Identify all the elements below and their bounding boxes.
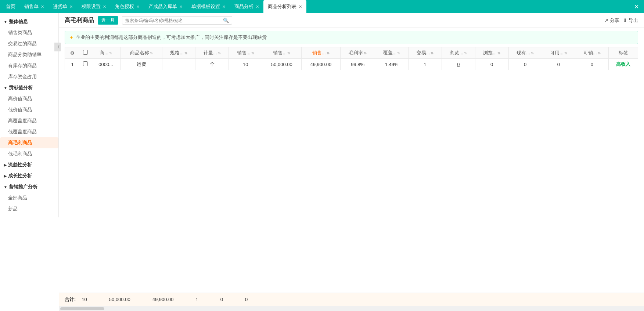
cell-spec xyxy=(162,59,195,70)
sidebar-collapse-button[interactable]: 《 xyxy=(54,43,61,51)
tab-close-role[interactable]: ✕ xyxy=(136,4,140,9)
sidebar-group-overall[interactable]: ▼ 整体信息 xyxy=(0,16,58,27)
horizontal-scrollbar[interactable] xyxy=(59,306,644,311)
arrow-icon-2: ▼ xyxy=(4,86,7,90)
select-all-checkbox[interactable] xyxy=(83,50,88,55)
col-trade-count[interactable]: 交易...⇅ xyxy=(409,47,442,59)
sidebar-item-stock-capital[interactable]: 库存资金占用 xyxy=(0,71,58,82)
cell-saleable-stock: 0 xyxy=(575,59,609,70)
search-input[interactable] xyxy=(125,18,223,23)
cell-tag: 高收入 xyxy=(609,59,638,70)
cell-unit: 个 xyxy=(195,59,229,70)
period-button[interactable]: 近一月 xyxy=(98,16,118,25)
col-sales-profit: 销售...⇅ xyxy=(301,47,341,59)
sidebar-item-in-stock[interactable]: 有库存的商品 xyxy=(0,60,58,71)
col-gross-margin[interactable]: 毛利率⇅ xyxy=(341,47,375,59)
sidebar-item-low-margin[interactable]: 低毛利商品 xyxy=(0,148,58,159)
sidebar-item-category-rate[interactable]: 商品分类助销率 xyxy=(0,49,58,60)
tab-purchase[interactable]: 进货单 ✕ xyxy=(48,0,77,13)
tab-close-product-analysis-list[interactable]: ✕ xyxy=(299,4,302,9)
tab-bar: 首页 销售单 ✕ 进货单 ✕ 权限设置 ✕ 角色授权 ✕ 产成品入库单 ✕ 单据… xyxy=(0,0,644,13)
share-button[interactable]: ↗ 分享 xyxy=(604,17,619,24)
main-layout: ▼ 整体信息 销售类商品 交易过的商品 商品分类助销率 有库存的商品 库存资金占… xyxy=(0,13,644,311)
tab-product-analysis-list[interactable]: 商品分析列表 ✕ xyxy=(263,0,306,13)
sidebar-item-high-coverage[interactable]: 高覆盖度商品 xyxy=(0,115,58,126)
tab-product-analysis[interactable]: 商品分析 ✕ xyxy=(230,0,263,13)
sidebar: ▼ 整体信息 销售类商品 交易过的商品 商品分类助销率 有库存的商品 库存资金占… xyxy=(0,13,59,217)
window-close-button[interactable]: ✕ xyxy=(630,3,643,10)
arrow-icon: ▼ xyxy=(4,20,7,24)
col-checkbox[interactable] xyxy=(80,47,91,59)
arrow-icon-4: ▶ xyxy=(4,174,7,178)
col-code[interactable]: 商...⇅ xyxy=(91,47,121,59)
col-coverage[interactable]: 覆盖...⇅ xyxy=(375,47,409,59)
info-banner: ✦ 企业的主要的利润都是这部分商品创造的，可考虑加大推广，同时关注库存是不要出现… xyxy=(65,31,638,44)
col-saleable-stock[interactable]: 可销...⇅ xyxy=(575,47,609,59)
sidebar-item-high-margin[interactable]: 高毛利商品 xyxy=(0,137,58,148)
col-settings[interactable]: ⚙ xyxy=(65,47,80,59)
sidebar-item-high-value[interactable]: 高价值商品 xyxy=(0,93,58,104)
col-browse1[interactable]: 浏览...⇅ xyxy=(442,47,475,59)
footer-current-stock: 0 xyxy=(220,297,223,302)
tab-role[interactable]: 角色授权 ✕ xyxy=(111,0,144,13)
sidebar-item-traded-goods[interactable]: 交易过的商品 xyxy=(0,38,58,49)
col-sales-amount[interactable]: 销售...⇅ xyxy=(262,47,302,59)
data-table-wrapper: ⚙ 商...⇅ 商品名称⇅ 规格...⇅ 计量...⇅ 销售...⇅ 销售...… xyxy=(59,47,644,293)
footer-trade-count: 1 xyxy=(196,297,198,302)
tab-close-sales-order[interactable]: ✕ xyxy=(41,4,44,9)
sidebar-item-sales-goods[interactable]: 销售类商品 xyxy=(0,27,58,38)
share-icon: ↗ xyxy=(604,18,608,23)
tab-close-product-inbound[interactable]: ✕ xyxy=(179,4,183,9)
sidebar-group-marketing[interactable]: ▼ 营销推广分析 xyxy=(0,181,58,192)
cell-sales-amount: 50,000.00 xyxy=(262,59,302,70)
header-actions: ↗ 分享 ⬇ 导出 xyxy=(604,17,638,24)
sidebar-item-low-coverage[interactable]: 低覆盖度商品 xyxy=(0,126,58,137)
content-area: 高毛利商品 近一月 🔍 ↗ 分享 ⬇ 导出 ✦ 企业的主要的利润都是这部分商品创… xyxy=(59,13,644,311)
cell-name: 运费 xyxy=(121,59,162,70)
scroll-thumb[interactable] xyxy=(60,307,104,310)
tab-close-template[interactable]: ✕ xyxy=(222,4,226,9)
tab-home[interactable]: 首页 xyxy=(1,0,20,13)
cell-coverage: 1.49% xyxy=(375,59,409,70)
cell-checkbox[interactable] xyxy=(80,59,91,70)
col-tag[interactable]: 标签 xyxy=(609,47,638,59)
cell-sales-qty: 10 xyxy=(229,59,262,70)
info-text: 企业的主要的利润都是这部分商品创造的，可考虑加大推广，同时关注库存是不要出现缺货 xyxy=(76,34,267,41)
col-unit[interactable]: 计量...⇅ xyxy=(195,47,229,59)
tab-close-permission[interactable]: ✕ xyxy=(103,4,106,9)
sidebar-item-new-goods[interactable]: 新品 xyxy=(0,203,58,214)
search-icon[interactable]: 🔍 xyxy=(223,18,229,23)
col-spec[interactable]: 规格...⇅ xyxy=(162,47,195,59)
tab-sales-order[interactable]: 销售单 ✕ xyxy=(20,0,48,13)
col-name[interactable]: 商品名称⇅ xyxy=(121,47,162,59)
tab-close-product-analysis[interactable]: ✕ xyxy=(256,4,259,9)
tab-template[interactable]: 单据模板设置 ✕ xyxy=(187,0,230,13)
sidebar-item-low-value[interactable]: 低价值商品 xyxy=(0,104,58,115)
tab-permission[interactable]: 权限设置 ✕ xyxy=(77,0,111,13)
sidebar-item-all-goods[interactable]: 全部商品 xyxy=(0,192,58,203)
info-icon: ✦ xyxy=(69,35,73,40)
cell-trade-count: 1 xyxy=(409,59,442,70)
export-button[interactable]: ⬇ 导出 xyxy=(623,17,638,24)
col-available-stock[interactable]: 可用...⇅ xyxy=(542,47,575,59)
data-table: ⚙ 商...⇅ 商品名称⇅ 规格...⇅ 计量...⇅ 销售...⇅ 销售...… xyxy=(65,47,638,70)
row-checkbox[interactable] xyxy=(83,61,88,66)
footer-values: 10 50,000.00 49,900.00 1 0 0 xyxy=(82,297,248,302)
export-icon: ⬇ xyxy=(623,18,627,23)
table-row: 1 0000... 运费 个 10 50,000.00 49,900.00 99… xyxy=(65,59,638,70)
sidebar-group-trend[interactable]: ▶ 流趋性分析 xyxy=(0,159,58,170)
footer-sales-profit: 49,900.00 xyxy=(152,297,174,302)
footer-available-stock: 0 xyxy=(245,297,248,302)
sidebar-group-contribution[interactable]: ▼ 贡献值分析 xyxy=(0,82,58,93)
cell-num: 1 xyxy=(65,59,80,70)
cell-browse1[interactable]: 0 xyxy=(442,59,475,70)
cell-current-stock: 0 xyxy=(508,59,542,70)
col-sales-qty[interactable]: 销售...⇅ xyxy=(229,47,262,59)
cell-gross-margin: 99.8% xyxy=(341,59,375,70)
table-header-row: ⚙ 商...⇅ 商品名称⇅ 规格...⇅ 计量...⇅ 销售...⇅ 销售...… xyxy=(65,47,638,59)
sidebar-group-growth[interactable]: ▶ 成长性分析 xyxy=(0,170,58,181)
col-browse2[interactable]: 浏览...⇅ xyxy=(475,47,508,59)
tab-product-inbound[interactable]: 产成品入库单 ✕ xyxy=(144,0,187,13)
tab-close-purchase[interactable]: ✕ xyxy=(69,4,73,9)
col-current-stock[interactable]: 现有...⇅ xyxy=(508,47,542,59)
